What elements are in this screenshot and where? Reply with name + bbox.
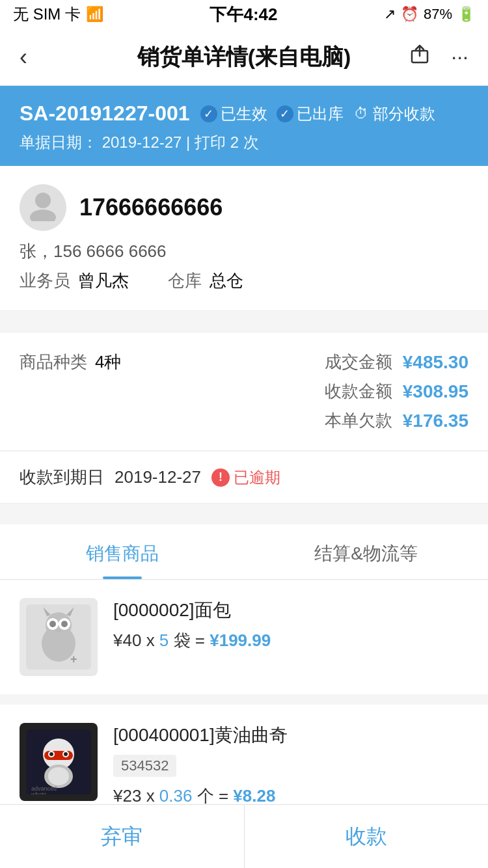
bottom-bar: 弃审 收款: [0, 804, 488, 868]
summary-card: 商品种类 4种 成交金额 ¥485.30 收款金额 ¥308.95 本单欠款 ¥…: [0, 332, 488, 451]
location-icon: ↗: [384, 6, 396, 23]
debt-row: 本单欠款 ¥176.35: [325, 409, 468, 432]
product-thumb-bread: +: [20, 598, 98, 676]
date-label: 单据日期：: [20, 133, 98, 151]
warehouse-value: 总仓: [210, 269, 243, 292]
back-button[interactable]: ‹: [13, 37, 34, 77]
nav-bar: ‹ 销货单详情(来自电脑) ···: [0, 29, 488, 86]
check-icon-2: ✓: [277, 105, 293, 122]
customer-top: 17666666666: [20, 184, 468, 231]
svg-point-11: [61, 621, 68, 627]
share-button[interactable]: [408, 43, 431, 72]
overdue-icon: !: [211, 468, 230, 487]
page-title: 销货单详情(来自电脑): [137, 42, 351, 72]
svg-text:whats...: whats...: [31, 791, 51, 794]
svg-point-22: [48, 767, 69, 785]
product-info-bread: [0000002]面包 ¥40 x 5 袋 = ¥199.99: [113, 598, 468, 652]
avatar: [20, 184, 66, 231]
order-date-row: 单据日期： 2019-12-27 | 打印 2 次: [20, 132, 468, 153]
status-partial-text: 部分收款: [373, 103, 435, 124]
avatar-icon: [26, 187, 60, 228]
print-label: | 打印: [186, 133, 226, 151]
customer-meta: 业务员 曾凡杰 仓库 总仓: [20, 269, 468, 292]
svg-point-1: [35, 193, 51, 208]
warehouse-meta: 仓库 总仓: [168, 269, 243, 292]
customer-name: 17666666666: [79, 194, 223, 221]
status-right: ↗ ⏰ 87% 🔋: [384, 6, 475, 23]
check-icon-1: ✓: [200, 105, 217, 122]
status-left: 无 SIM 卡 📶: [13, 4, 103, 25]
due-date-value: 2019-12-27: [115, 467, 201, 487]
product-info-cookie: [000400001]黄油曲奇 534532 ¥23 x 0.36 个 = ¥8…: [113, 723, 468, 807]
tabs: 销售商品 结算&物流等: [0, 524, 488, 580]
product-count: 4种: [95, 351, 121, 373]
customer-detail: 张，156 6666 6666: [20, 240, 468, 263]
status-badges: ✓ 已生效 ✓ 已出库 ⏱ 部分收款: [200, 103, 435, 124]
qty-cookie: 0.36: [159, 786, 193, 806]
status-badge-shipped: ✓ 已出库: [277, 103, 344, 124]
total-bread: ¥199.99: [210, 631, 271, 650]
svg-point-20: [64, 752, 68, 756]
order-id-row: SA-20191227-001 ✓ 已生效 ✓ 已出库 ⏱ 部分收款: [20, 102, 468, 126]
cancel-review-button[interactable]: 弃审: [0, 805, 245, 868]
equals-bread: =: [195, 631, 210, 650]
product-price-bread: ¥40 x 5 袋 = ¥199.99: [113, 629, 468, 652]
warehouse-label: 仓库: [168, 269, 202, 292]
unit-bread: 袋: [174, 631, 191, 650]
received-label: 收款金额: [325, 380, 392, 403]
received-row: 收款金额 ¥308.95: [325, 380, 468, 403]
status-effective-text: 已生效: [221, 103, 267, 124]
order-header: SA-20191227-001 ✓ 已生效 ✓ 已出库 ⏱ 部分收款 单据日期：…: [0, 86, 488, 166]
carrier-text: 无 SIM 卡: [13, 4, 81, 25]
price-x-bread: x: [146, 631, 159, 650]
alarm-icon: ⏰: [401, 6, 418, 23]
order-date: 2019-12-27: [102, 133, 182, 151]
status-shipped-text: 已出库: [297, 103, 344, 124]
wifi-icon: 📶: [86, 6, 103, 23]
battery-icon: 🔋: [457, 6, 475, 23]
tab-settlement-label: 结算&物流等: [314, 543, 418, 563]
product-name-bread: [0000002]面包: [113, 598, 468, 623]
debt-amount: ¥176.35: [403, 411, 468, 431]
price-val-bread: ¥40: [113, 631, 141, 650]
tab-settlement[interactable]: 结算&物流等: [244, 524, 488, 579]
product-name-cookie: [000400001]黄油曲奇: [113, 723, 468, 748]
cancel-review-label: 弃审: [101, 822, 142, 851]
summary-right: 成交金额 ¥485.30 收款金额 ¥308.95 本单欠款 ¥176.35: [325, 351, 468, 432]
tab-sales-products[interactable]: 销售商品: [0, 524, 244, 579]
debt-label: 本单欠款: [325, 409, 392, 432]
total-cookie: ¥8.28: [233, 786, 275, 806]
svg-point-19: [49, 752, 53, 756]
transaction-row: 成交金额 ¥485.30: [325, 351, 468, 373]
product-type-label: 商品种类: [20, 351, 87, 373]
received-amount: ¥308.95: [403, 381, 468, 402]
print-count-val: 2: [230, 133, 239, 151]
status-badge-effective: ✓ 已生效: [200, 103, 267, 124]
svg-point-2: [30, 210, 56, 221]
unit-cookie: 个: [197, 786, 214, 806]
print-unit: 次: [243, 133, 259, 151]
collect-payment-button[interactable]: 收款: [245, 805, 489, 868]
more-button[interactable]: ···: [451, 45, 468, 69]
order-id: SA-20191227-001: [20, 102, 190, 126]
status-badge-partial: ⏱ 部分收款: [353, 103, 435, 124]
salesperson-value: 曾凡杰: [78, 269, 129, 292]
collect-payment-label: 收款: [346, 822, 387, 851]
tab-sales-label: 销售商品: [86, 543, 159, 563]
price-val-cookie: ¥23: [113, 786, 141, 806]
separator-1: [0, 311, 488, 321]
product-thumb-cookie: advanced whats...: [20, 723, 98, 801]
svg-text:+: +: [70, 653, 77, 666]
list-item: + [0000002]面包 ¥40 x 5 袋 = ¥199.99: [0, 580, 488, 694]
nav-actions: ···: [408, 43, 468, 72]
due-date-label: 收款到期日: [20, 466, 104, 489]
summary-row: 商品种类 4种 成交金额 ¥485.30 收款金额 ¥308.95 本单欠款 ¥…: [20, 351, 468, 432]
qty-bread: 5: [159, 631, 169, 650]
salesperson-meta: 业务员 曾凡杰: [20, 269, 129, 292]
separator-2: [0, 504, 488, 514]
price-x-cookie: x: [146, 786, 159, 806]
due-date-row: 收款到期日 2019-12-27 ! 已逾期: [0, 451, 488, 504]
status-time: 下午4:42: [210, 3, 277, 26]
battery-text: 87%: [424, 6, 452, 23]
salesperson-label: 业务员: [20, 269, 70, 292]
